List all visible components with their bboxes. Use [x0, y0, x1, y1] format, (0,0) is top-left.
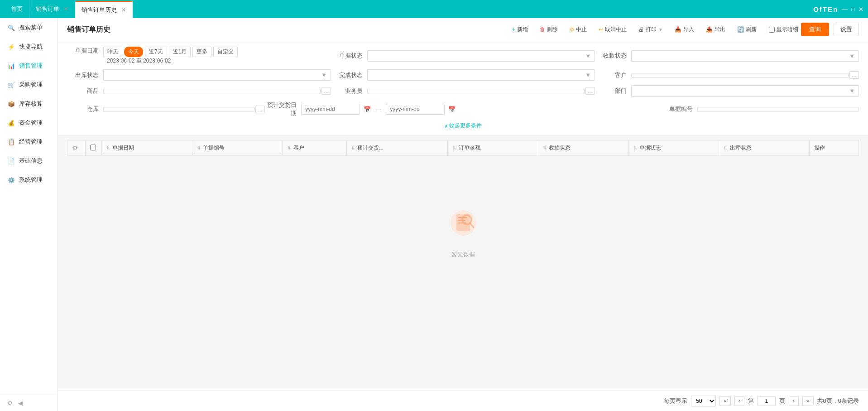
sidebar-collapse-icon[interactable]: ◀ [18, 400, 23, 406]
per-page-select[interactable]: 50 10 20 100 [691, 396, 716, 406]
page-number-input[interactable] [758, 396, 776, 406]
salesperson-dots-btn[interactable]: ... [585, 87, 595, 95]
print-button[interactable]: 🖨 打印 ▼ [634, 24, 667, 36]
stop-icon: ⊘ [570, 26, 574, 33]
first-page-btn[interactable]: « [719, 396, 731, 406]
import-label: 导入 [683, 26, 694, 34]
delete-button[interactable]: 🗑 删除 [535, 24, 562, 36]
inventory-icon: 📦 [7, 100, 15, 108]
sidebar-item-nav[interactable]: ⚡ 快捷导航 [0, 37, 58, 56]
sidebar-item-system[interactable]: ⚙️ 系统管理 [0, 170, 58, 189]
toolbar: + 新增 🗑 删除 ⊘ 中止 ↩ 取消中止 🖨 打印 [508, 23, 859, 36]
goods-input[interactable] [103, 89, 321, 93]
export-icon: 📤 [706, 26, 713, 33]
customer-label: 客户 [595, 71, 631, 79]
empty-icon [441, 198, 486, 243]
receipt-status-label: 收款状态 [595, 52, 631, 60]
goods-dots-btn[interactable]: ... [321, 87, 331, 95]
th-sort-icon-receipt-status: ⇅ [543, 145, 547, 150]
delete-label: 删除 [547, 26, 558, 34]
sidebar-item-finance[interactable]: 💰 资金管理 [0, 113, 58, 132]
window-maximize[interactable]: □ [851, 6, 855, 13]
sidebar-item-purchase[interactable]: 🛒 采购管理 [0, 75, 58, 94]
last-page-btn[interactable]: » [802, 396, 814, 406]
date-btn-1month[interactable]: 近1月 [169, 47, 191, 57]
display-columns-checkbox[interactable]: 显示暗细 [769, 26, 798, 34]
cancel-stop-label: 取消中止 [605, 26, 627, 34]
filter-row-1: 单据日期 昨天 今天 近7天 近1月 更多 自定义 2023-06-02 至 2… [67, 47, 859, 65]
sidebar-item-sales[interactable]: 📊 销售管理 [0, 56, 58, 75]
complete-status-arrow: ▼ [585, 72, 591, 78]
refresh-button[interactable]: 🔄 刷新 [733, 24, 761, 36]
refresh-label: 刷新 [746, 26, 757, 34]
page-label: 第 [748, 397, 754, 405]
export-button[interactable]: 📤 导出 [701, 24, 730, 36]
outbound-status-select[interactable]: ▼ [103, 69, 331, 81]
sidebar-item-basic-info[interactable]: 📄 基础信息 [0, 151, 58, 170]
window-minimize[interactable]: — [842, 6, 848, 13]
dept-label: 部门 [595, 87, 631, 95]
collapse-link[interactable]: ∧ 收起更多条件 [444, 122, 482, 130]
bill-status-arrow: ▼ [585, 53, 591, 59]
calendar-from-icon[interactable]: 📅 [364, 106, 371, 113]
total-info: 共0页，0条记录 [817, 397, 859, 405]
sidebar-settings-icon[interactable]: ⚙ [7, 400, 13, 406]
window-close[interactable]: ✕ [858, 6, 863, 13]
sidebar-item-inventory[interactable]: 📦 库存核算 [0, 94, 58, 113]
customer-dots-btn[interactable]: ... [849, 71, 859, 79]
sidebar-item-operations[interactable]: 📋 经营管理 [0, 132, 58, 151]
export-label: 导出 [715, 26, 725, 34]
sidebar-item-search[interactable]: 🔍 搜索菜单 [0, 18, 58, 37]
refresh-icon: 🔄 [737, 26, 744, 33]
query-button[interactable]: 查询 [801, 23, 829, 36]
warehouse-input[interactable] [103, 107, 254, 111]
stop-button[interactable]: ⊘ 中止 [565, 24, 591, 36]
tab-sales-order-history[interactable]: 销售订单历史 ✕ [75, 1, 133, 18]
date-btn-7days[interactable]: 近7天 [145, 47, 167, 57]
tab-sales-order-history-close[interactable]: ✕ [121, 7, 126, 13]
empty-state: 暂无数据 [67, 156, 859, 301]
receipt-status-select[interactable]: ▼ [631, 50, 859, 62]
tab-home[interactable]: 首页 [5, 0, 29, 18]
display-columns-label: 显示暗细 [777, 26, 798, 34]
bill-number-input[interactable] [697, 107, 859, 111]
th-expected-delivery: ⇅ 预计交货... [346, 140, 448, 156]
warehouse-dots-btn[interactable]: ... [255, 106, 265, 113]
th-order-amount-label: 订单金额 [459, 145, 480, 151]
th-receipt-status: ⇅ 收款状态 [538, 140, 629, 156]
operations-icon: 📋 [7, 138, 15, 146]
dept-select[interactable]: ▼ [631, 85, 859, 97]
sales-icon: 📊 [7, 62, 15, 70]
date-btn-today[interactable]: 今天 [124, 47, 143, 57]
import-button[interactable]: 📥 导入 [670, 24, 699, 36]
page-title: 销售订单历史 [67, 25, 110, 34]
th-sort-icon-order-amount: ⇅ [452, 145, 456, 150]
salesperson-input[interactable] [367, 89, 585, 93]
th-bill-number-label: 单据编号 [203, 145, 225, 151]
outbound-status-label: 出库状态 [67, 71, 103, 79]
select-all-checkbox[interactable] [90, 145, 96, 150]
new-button[interactable]: + 新增 [508, 24, 532, 36]
display-columns-check[interactable] [769, 27, 775, 33]
complete-status-label: 完成状态 [331, 71, 367, 79]
tab-sales-order-close[interactable]: ✕ [64, 6, 68, 12]
cancel-stop-button[interactable]: ↩ 取消中止 [594, 24, 631, 36]
delivery-date-from[interactable] [301, 104, 360, 115]
filter-area: 单据日期 昨天 今天 近7天 近1月 更多 自定义 2023-06-02 至 2… [58, 41, 868, 135]
filter-row-3: 商品 ... 业务员 ... 部门 [67, 85, 859, 97]
prev-page-btn[interactable]: ‹ [734, 396, 744, 406]
gear-button[interactable]: ⚙ [72, 145, 78, 152]
date-btn-custom[interactable]: 自定义 [213, 47, 238, 57]
tab-sales-order-history-label: 销售订单历史 [82, 6, 117, 14]
brand-text: OfTEn [813, 5, 838, 13]
bill-status-select[interactable]: ▼ [367, 50, 595, 62]
date-btn-more[interactable]: 更多 [192, 47, 211, 57]
settings-button[interactable]: 设置 [834, 23, 859, 36]
complete-status-select[interactable]: ▼ [367, 69, 595, 81]
next-page-btn[interactable]: › [789, 396, 799, 406]
calendar-to-icon[interactable]: 📅 [448, 106, 456, 113]
delivery-date-to[interactable] [386, 104, 445, 115]
tab-sales-order[interactable]: 销售订单 ✕ [29, 0, 75, 18]
date-btn-yesterday[interactable]: 昨天 [103, 47, 122, 57]
customer-input[interactable] [631, 73, 849, 77]
